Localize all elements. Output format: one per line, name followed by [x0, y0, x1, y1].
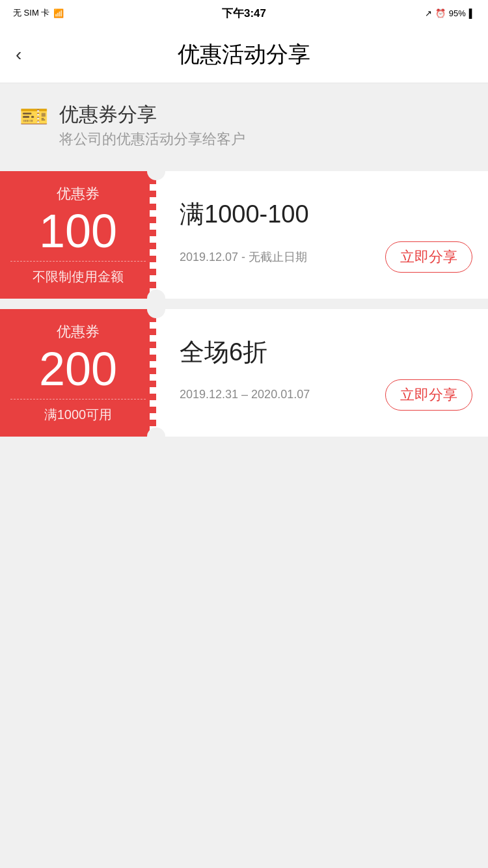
coupon-left-1: 优惠券 200 满1000可用: [0, 309, 156, 437]
coupon-meta-1: 2019.12.31 – 2020.01.07 立即分享: [180, 379, 472, 411]
coupon-amount-1: 200: [39, 346, 117, 392]
alarm-icon: ⏰: [435, 8, 446, 18]
coupon-divider-1: [10, 399, 146, 400]
coupon-notch-top-0: [147, 171, 165, 180]
status-time: 下午3:47: [222, 6, 266, 21]
coupon-notch-bottom-1: [147, 427, 165, 437]
section-title: 优惠券分享: [59, 102, 245, 127]
coupon-label-0: 优惠券: [57, 184, 100, 204]
coupon-card: 优惠券 200 满1000可用 全场6折 2019.12.31 – 2020.0…: [0, 309, 488, 437]
coupon-right-1: 全场6折 2019.12.31 – 2020.01.07 立即分享: [156, 309, 488, 437]
share-button-0[interactable]: 立即分享: [385, 241, 472, 273]
coupon-notch-top-1: [147, 309, 165, 318]
coupon-label-1: 优惠券: [57, 322, 100, 342]
status-bar: 无 SIM 卡 📶 下午3:47 ↗ ⏰ 95% ▌: [0, 0, 488, 26]
battery-text: 95%: [449, 8, 466, 18]
section-text: 优惠券分享 将公司的优惠活动分享给客户: [59, 102, 245, 149]
coupon-condition-0: 不限制使用金额: [33, 268, 124, 286]
bottom-fill: [0, 447, 488, 837]
section-subtitle: 将公司的优惠活动分享给客户: [59, 129, 245, 149]
coupon-meta-0: 2019.12.07 - 无截止日期 立即分享: [180, 241, 472, 273]
nav-bar: ‹ 优惠活动分享: [0, 26, 488, 83]
coupon-list: 优惠券 100 不限制使用金额 满1000-100 2019.12.07 - 无…: [0, 161, 488, 437]
coupon-name-0: 满1000-100: [180, 198, 472, 231]
coupon-name-1: 全场6折: [180, 336, 472, 369]
carrier-text: 无 SIM 卡: [13, 7, 49, 19]
coupon-condition-1: 满1000可用: [44, 406, 113, 424]
back-button[interactable]: ‹: [16, 44, 21, 65]
section-header: 🎫 优惠券分享 将公司的优惠活动分享给客户: [0, 83, 488, 161]
status-right: ↗ ⏰ 95% ▌: [425, 8, 475, 18]
coupon-card: 优惠券 100 不限制使用金额 满1000-100 2019.12.07 - 无…: [0, 171, 488, 299]
coupon-left-0: 优惠券 100 不限制使用金额: [0, 171, 156, 299]
wifi-icon: 📶: [53, 8, 64, 18]
page-title: 优惠活动分享: [178, 40, 310, 70]
coupon-notch-bottom-0: [147, 290, 165, 299]
coupon-right-0: 满1000-100 2019.12.07 - 无截止日期 立即分享: [156, 171, 488, 299]
battery-icon: ▌: [469, 8, 475, 18]
coupon-date-1: 2019.12.31 – 2020.01.07: [180, 388, 310, 401]
coupon-amount-0: 100: [39, 208, 117, 254]
share-button-1[interactable]: 立即分享: [385, 379, 472, 411]
coupon-section-icon: 🎫: [20, 103, 49, 130]
coupon-divider-0: [10, 261, 146, 262]
location-icon: ↗: [425, 8, 432, 18]
coupon-date-0: 2019.12.07 - 无截止日期: [180, 249, 307, 265]
status-left: 无 SIM 卡 📶: [13, 7, 64, 19]
